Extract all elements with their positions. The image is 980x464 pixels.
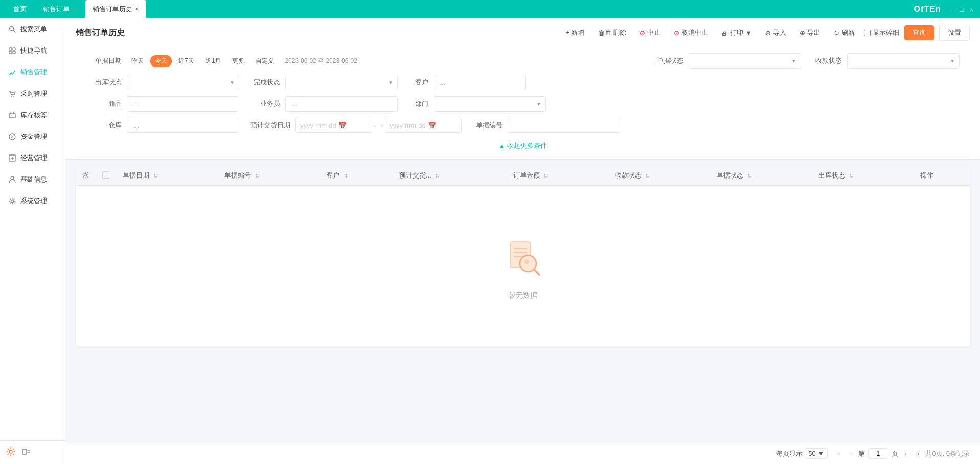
date-filter-control: 昨天 今天 近7天 近1月 更多 自定义 2023-06-02 至 2023-0… bbox=[127, 55, 653, 67]
page-prev-button[interactable]: ‹ bbox=[847, 449, 855, 458]
sidebar-item-quick-nav[interactable]: 快捷导航 bbox=[0, 40, 65, 61]
tab-sales-order-close[interactable]: × bbox=[73, 6, 76, 13]
salesperson-picker[interactable]: ... bbox=[285, 96, 398, 112]
window-close[interactable]: × bbox=[970, 6, 974, 13]
select-all-checkbox[interactable] bbox=[102, 171, 109, 179]
svg-point-16 bbox=[9, 450, 12, 453]
svg-rect-17 bbox=[22, 449, 27, 454]
col-order-amount[interactable]: 订单金额 ⇅ bbox=[507, 166, 609, 186]
page-size-select-box[interactable]: 50 ▼ bbox=[805, 448, 828, 459]
tab-list: 首页 销售订单 × 销售订单历史 × bbox=[6, 0, 146, 18]
payment-status-label: 收款状态 bbox=[811, 56, 847, 65]
sidebar-item-operations-mgmt[interactable]: 经营管理 bbox=[0, 147, 65, 169]
delivery-date-start[interactable]: yyyy-mm-dd 📅 bbox=[295, 118, 372, 133]
tab-sales-order[interactable]: 销售订单 × bbox=[36, 0, 83, 18]
delivery-date-label: 预计交货日期 bbox=[249, 121, 295, 130]
tab-sales-order-label: 销售订单 bbox=[43, 5, 70, 14]
sidebar-item-sales-mgmt[interactable]: 销售管理 bbox=[0, 61, 65, 83]
col-payment-status[interactable]: 收款状态 ⇅ bbox=[609, 166, 711, 186]
payment-status-arrow-icon: ▼ bbox=[950, 58, 955, 64]
window-maximize[interactable]: □ bbox=[960, 6, 964, 13]
date-btn-more[interactable]: 更多 bbox=[227, 55, 249, 67]
sidebar-item-inventory-calc[interactable]: 库存核算 bbox=[0, 104, 65, 126]
col-checkbox[interactable] bbox=[96, 166, 117, 186]
date-btn-custom[interactable]: 自定义 bbox=[251, 55, 279, 67]
system-icon bbox=[8, 197, 16, 205]
page-next-button[interactable]: › bbox=[901, 449, 909, 458]
new-button[interactable]: + 新增 bbox=[561, 26, 588, 39]
settings-button[interactable]: 设置 bbox=[939, 25, 970, 41]
outbound-status-select[interactable]: ▼ bbox=[127, 75, 239, 90]
sort-order-amount-icon: ⇅ bbox=[543, 173, 548, 179]
col-payment-status-label: 收款状态 bbox=[615, 171, 642, 179]
sidebar-item-capital-mgmt[interactable]: ¥ 资金管理 bbox=[0, 126, 65, 147]
tab-sales-order-history[interactable]: 销售订单历史 × bbox=[85, 0, 146, 18]
complete-status-select[interactable]: ▼ bbox=[285, 75, 398, 90]
print-button[interactable]: 🖨 打印 ▼ bbox=[717, 26, 756, 39]
svg-rect-4 bbox=[9, 51, 12, 54]
calendar-start-icon: 📅 bbox=[338, 122, 347, 129]
tab-home[interactable]: 首页 bbox=[6, 0, 34, 18]
import-icon: ⊕ bbox=[765, 29, 771, 37]
export-button[interactable]: ⊕ 导出 bbox=[795, 26, 825, 39]
filter-row-date: 单据日期 昨天 今天 近7天 近1月 更多 自定义 2023-06-02 至 2… bbox=[86, 53, 960, 69]
sidebar-quick-nav-label: 快捷导航 bbox=[20, 46, 47, 55]
col-customer[interactable]: 客户 ⇅ bbox=[320, 166, 393, 186]
department-select[interactable]: ▼ bbox=[434, 96, 546, 112]
customer-picker[interactable]: ... bbox=[434, 75, 526, 90]
col-order-status-label: 单据状态 bbox=[717, 171, 743, 179]
sidebar-collapse-icon[interactable] bbox=[21, 447, 31, 458]
page-first-button[interactable]: « bbox=[834, 449, 844, 458]
product-picker[interactable]: ... bbox=[127, 96, 239, 112]
delivery-date-end[interactable]: yyyy-mm-dd 📅 bbox=[385, 118, 462, 133]
print-label: 打印 bbox=[730, 28, 743, 37]
page-last-button[interactable]: » bbox=[913, 449, 922, 458]
date-btn-today[interactable]: 今天 bbox=[150, 55, 172, 67]
empty-icon bbox=[497, 232, 549, 283]
tab-sales-order-history-close[interactable]: × bbox=[135, 6, 139, 13]
collapse-row[interactable]: ▲ 收起更多条件 bbox=[86, 139, 960, 152]
col-delivery-date[interactable]: 预计交货... ⇅ bbox=[393, 166, 507, 186]
query-button[interactable]: 查询 bbox=[904, 25, 934, 40]
page-number-input[interactable] bbox=[868, 448, 888, 459]
col-order-date-label: 单据日期 bbox=[123, 171, 149, 179]
empty-state-cell: 暂无数据 bbox=[76, 186, 970, 347]
sidebar-item-purchase-mgmt[interactable]: 采购管理 bbox=[0, 83, 65, 104]
col-outbound-status[interactable]: 出库状态 ⇅ bbox=[812, 166, 914, 186]
date-btn-7days[interactable]: 近7天 bbox=[174, 55, 199, 67]
table-container: 单据日期 ⇅ 单据编号 ⇅ 客户 ⇅ 预计交货... bbox=[65, 160, 980, 443]
table-footer: 每页显示 50 ▼ « ‹ 第 页 › » 共0页, 0条记录 bbox=[65, 443, 980, 464]
svg-point-15 bbox=[11, 200, 14, 203]
import-button[interactable]: ⊕ 导入 bbox=[761, 26, 790, 39]
col-order-date[interactable]: 单据日期 ⇅ bbox=[117, 166, 218, 186]
display-cols-control[interactable]: 显示碎细 bbox=[864, 28, 899, 37]
window-minimize[interactable]: — bbox=[947, 6, 954, 13]
warehouse-label: 仓库 bbox=[86, 121, 127, 130]
order-no-input[interactable] bbox=[508, 118, 620, 133]
sidebar-item-basic-info[interactable]: 基础信息 bbox=[0, 169, 65, 190]
order-status-select[interactable]: ▼ bbox=[689, 53, 801, 69]
warehouse-picker[interactable]: ... bbox=[127, 118, 239, 133]
page-size-control: 每页显示 50 ▼ bbox=[776, 448, 828, 459]
stop-button[interactable]: ⊘ 中止 bbox=[635, 26, 665, 39]
date-btn-yesterday[interactable]: 昨天 bbox=[127, 55, 148, 67]
refresh-button[interactable]: ↻ 刷新 bbox=[830, 26, 859, 39]
display-cols-checkbox[interactable] bbox=[864, 30, 871, 36]
cancel-stop-label: 取消中止 bbox=[681, 28, 708, 37]
delete-button[interactable]: 🗑 🗑 删除 bbox=[594, 26, 631, 39]
sidebar-basic-info-label: 基础信息 bbox=[20, 175, 47, 184]
col-settings[interactable] bbox=[76, 166, 96, 186]
sidebar-gear-icon[interactable] bbox=[6, 447, 15, 458]
sidebar-item-system-mgmt[interactable]: 系统管理 bbox=[0, 190, 65, 212]
filter-area: 单据日期 昨天 今天 近7天 近1月 更多 自定义 2023-06-02 至 2… bbox=[76, 47, 970, 159]
page-size-value: 50 bbox=[808, 450, 815, 457]
page-label: 第 bbox=[858, 449, 865, 458]
payment-status-select[interactable]: ▼ bbox=[847, 53, 960, 69]
svg-rect-3 bbox=[13, 48, 15, 50]
col-order-no[interactable]: 单据编号 ⇅ bbox=[218, 166, 320, 186]
date-btn-1month[interactable]: 近1月 bbox=[201, 55, 226, 67]
department-arrow-icon: ▼ bbox=[536, 101, 541, 107]
sidebar-item-search-menu[interactable]: 搜索菜单 bbox=[0, 18, 65, 40]
col-order-status[interactable]: 单据状态 ⇅ bbox=[711, 166, 812, 186]
cancel-stop-button[interactable]: ⊘ 取消中止 bbox=[670, 26, 712, 39]
